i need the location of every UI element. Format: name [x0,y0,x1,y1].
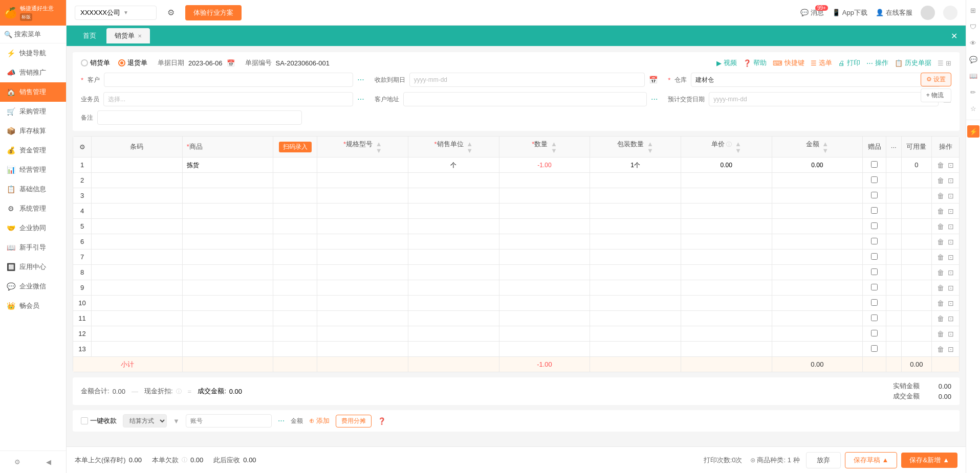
sidebar-collapse-btn[interactable]: ◀ [35,455,62,469]
row-pkgqty[interactable] [590,326,681,342]
sidebar-item-basic[interactable]: 📋 基础信息 [0,179,66,199]
row-amount[interactable] [772,342,863,357]
row-unit[interactable] [408,311,499,326]
sidebar-item-inventory[interactable]: 📦 库存核算 [0,121,66,141]
row-amount[interactable] [772,326,863,342]
copy-icon[interactable]: ⊡ [948,176,954,185]
right-panel-icon-star[interactable]: ☆ [967,102,979,115]
row-product[interactable] [182,234,273,250]
row-pkgqty[interactable] [590,204,681,219]
row-barcode[interactable] [92,311,183,326]
row-product[interactable] [182,311,273,326]
sidebar-item-finance[interactable]: 💰 资金管理 [0,141,66,160]
row-amount[interactable] [772,280,863,296]
row-barcode[interactable] [92,280,183,296]
account-more-icon[interactable]: ··· [278,417,285,425]
toolbar-choose[interactable]: ☰ 选单 [811,58,832,67]
toolbar-shortcut[interactable]: ⌨ 快捷键 [773,58,804,67]
row-price[interactable] [681,173,772,188]
row-barcode[interactable] [92,157,183,173]
row-amount[interactable] [772,173,863,188]
right-panel-icon-shield[interactable]: 🛡 [967,20,979,33]
row-gift[interactable] [863,280,886,296]
delete-icon[interactable]: 🗑 [937,161,944,169]
addr-more-icon[interactable]: ··· [651,95,658,103]
row-price[interactable] [681,250,772,265]
expected-date-input[interactable] [709,92,939,106]
row-price[interactable] [681,326,772,342]
right-panel-icon-edit[interactable]: ✏ [967,86,979,98]
row-pkgqty[interactable] [590,173,681,188]
kind-check-icon[interactable]: ⊙ [750,456,755,464]
row-price[interactable] [681,234,772,250]
row-qty[interactable] [499,250,590,265]
app-download-button[interactable]: 📱 App下载 [832,8,867,17]
trial-button[interactable]: 体验行业方案 [185,5,242,20]
row-product[interactable] [182,326,273,342]
row-product[interactable] [182,173,273,188]
row-qty[interactable] [499,326,590,342]
row-barcode[interactable] [92,234,183,250]
row-barcode[interactable] [92,188,183,204]
row-gift[interactable] [863,311,886,326]
copy-icon[interactable]: ⊡ [948,192,954,200]
grid-view-icon[interactable]: ⊞ [946,59,951,67]
toolbar-action[interactable]: ⋯ 操作 [866,58,888,67]
right-panel-icon-eye[interactable]: 👁 [967,37,979,49]
toolbar-print[interactable]: 🖨 打印 [838,58,860,67]
salesperson-input[interactable] [103,92,353,106]
row-unit[interactable] [408,296,499,311]
row-product[interactable] [182,204,273,219]
row-unit[interactable] [408,342,499,357]
row-barcode[interactable] [92,204,183,219]
delete-icon[interactable]: 🗑 [937,207,944,215]
row-note[interactable] [886,250,901,265]
row-barcode[interactable] [92,296,183,311]
row-pkgqty[interactable] [590,188,681,204]
expense-split-button[interactable]: 费用分摊 [336,415,372,427]
copy-icon[interactable]: ⊡ [948,222,954,231]
company-selector[interactable]: XXXXXX公司 ▼ [75,6,157,20]
copy-icon[interactable]: ⊡ [948,345,954,353]
tab-bar-close-button[interactable]: ✕ [951,31,957,41]
delete-icon[interactable]: 🗑 [937,330,944,338]
row-unit[interactable] [408,188,499,204]
sidebar-item-operation[interactable]: 📊 经营管理 [0,160,66,179]
row-qty[interactable] [499,311,590,326]
row-price[interactable] [681,157,772,173]
row-gift[interactable] [863,234,886,250]
row-amount[interactable] [772,204,863,219]
row-amount[interactable] [772,157,863,173]
row-product[interactable] [182,188,273,204]
copy-icon[interactable]: ⊡ [948,314,954,323]
row-spec[interactable] [317,265,408,280]
row-gift[interactable] [863,157,886,173]
row-amount[interactable] [772,296,863,311]
row-gift[interactable] [863,219,886,234]
sidebar-item-enterprise[interactable]: 🤝 企业协同 [0,218,66,238]
row-unit[interactable] [408,219,499,234]
row-amount[interactable] [772,265,863,280]
tab-sales-order[interactable]: 销货单 ✕ [106,28,150,43]
row-gift[interactable] [863,188,886,204]
row-note[interactable] [886,173,901,188]
sidebar-item-sales[interactable]: 🏠 销售管理 [0,82,66,102]
delete-icon[interactable]: 🗑 [937,192,944,200]
row-pkgqty[interactable] [590,250,681,265]
row-note[interactable] [886,326,901,342]
online-service-button[interactable]: 👤 在线客服 [876,8,912,17]
copy-icon[interactable]: ⊡ [948,253,954,261]
row-price[interactable] [681,219,772,234]
list-view-icon[interactable]: ☰ [938,59,944,67]
save-new-button[interactable]: 保存&新增 ▲ [901,453,957,468]
row-amount[interactable] [772,234,863,250]
toolbar-history[interactable]: 📋 历史单据 [895,58,931,67]
account-input[interactable] [186,414,272,427]
row-barcode[interactable] [92,265,183,280]
customer-more-icon[interactable]: ··· [357,76,364,84]
salesperson-more-icon[interactable]: ··· [357,95,364,103]
row-qty[interactable] [499,234,590,250]
row-price[interactable] [681,188,772,204]
row-price[interactable] [681,311,772,326]
tab-home[interactable]: 首页 [75,28,104,43]
